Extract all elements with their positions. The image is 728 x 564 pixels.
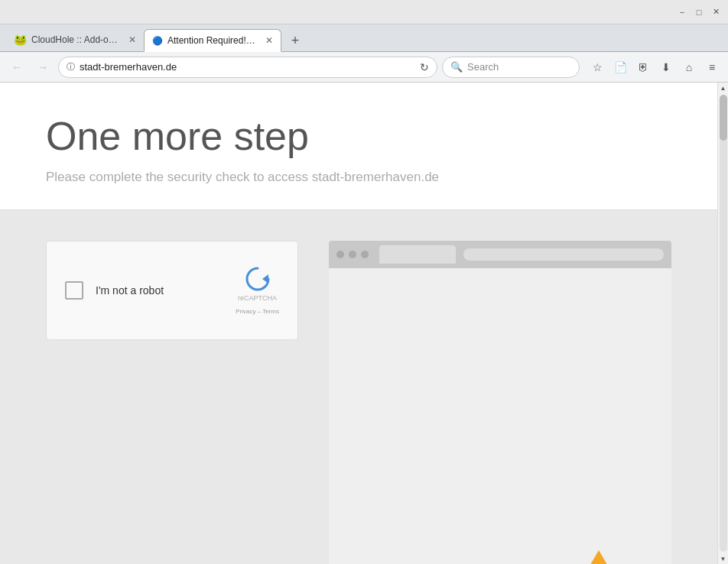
page-header: One more step Please complete the securi… bbox=[0, 83, 717, 210]
forward-button[interactable]: → bbox=[32, 57, 54, 78]
toolbar-icons: ☆ 📄 ⛨ ⬇ ⌂ ≡ bbox=[587, 57, 722, 77]
close-button[interactable]: ✕ bbox=[710, 6, 722, 18]
tab-cloudhole-label: CloudHole :: Add-ons for ... bbox=[31, 34, 121, 45]
page: One more step Please complete the securi… bbox=[0, 83, 717, 564]
warning-triangle-icon: ! bbox=[541, 546, 656, 564]
preview-dot-3 bbox=[361, 251, 369, 258]
preview-dot-1 bbox=[336, 251, 344, 258]
new-tab-button[interactable]: + bbox=[284, 30, 306, 51]
tab-attention-close[interactable]: ✕ bbox=[265, 35, 273, 46]
menu-icon[interactable]: ≡ bbox=[702, 57, 722, 77]
shield-icon[interactable]: ⛨ bbox=[633, 57, 653, 77]
tab-bar: 🐸 CloudHole :: Add-ons for ... ✕ 🔵 Atten… bbox=[0, 24, 728, 52]
browser-content-wrapper: One more step Please complete the securi… bbox=[0, 83, 728, 564]
svg-marker-0 bbox=[262, 274, 268, 284]
url-text: stadt-bremerhaven.de bbox=[80, 61, 415, 73]
page-body: I'm not a robot reCAPTCHA Privacy – bbox=[0, 210, 717, 564]
warning-icon-wrapper: ! bbox=[541, 546, 656, 564]
preview-dot-2 bbox=[349, 251, 356, 258]
scroll-thumb[interactable] bbox=[720, 95, 727, 141]
search-placeholder: Search bbox=[467, 61, 499, 73]
address-bar: ← → ⓘ stadt-bremerhaven.de ↻ 🔍 Search ☆ … bbox=[0, 52, 728, 83]
recaptcha-checkbox[interactable] bbox=[65, 281, 83, 300]
minimize-button[interactable]: − bbox=[676, 6, 688, 18]
tab-cloudhole[interactable]: 🐸 CloudHole :: Add-ons for ... ✕ bbox=[6, 28, 144, 51]
tab-cloudhole-close[interactable]: ✕ bbox=[128, 34, 136, 45]
recaptcha-container: I'm not a robot reCAPTCHA Privacy – bbox=[46, 241, 298, 340]
preview-chrome bbox=[329, 241, 671, 268]
page-subtitle: Please complete the security check to ac… bbox=[46, 168, 671, 186]
tab-cloudhole-icon: 🐸 bbox=[14, 34, 27, 46]
terms-link[interactable]: Terms bbox=[262, 308, 279, 315]
titlebar: − □ ✕ bbox=[0, 0, 728, 24]
reader-icon[interactable]: 📄 bbox=[610, 57, 630, 77]
recaptcha-icon bbox=[244, 265, 271, 293]
recaptcha-label: I'm not a robot bbox=[96, 284, 164, 297]
scroll-down-arrow[interactable]: ▼ bbox=[718, 553, 729, 564]
browser-preview: ! bbox=[329, 241, 671, 564]
preview-body: ! bbox=[329, 268, 671, 564]
url-bar[interactable]: ⓘ stadt-bremerhaven.de ↻ bbox=[58, 57, 437, 78]
reload-icon[interactable]: ↻ bbox=[420, 61, 429, 73]
scroll-track[interactable] bbox=[720, 95, 727, 552]
privacy-link[interactable]: Privacy bbox=[236, 308, 255, 315]
recaptcha-links: Privacy – Terms bbox=[236, 308, 279, 315]
scroll-up-arrow[interactable]: ▲ bbox=[718, 83, 729, 93]
preview-address bbox=[463, 248, 664, 261]
scrollbar: ▲ ▼ bbox=[717, 83, 728, 564]
browser-content: One more step Please complete the securi… bbox=[0, 83, 717, 564]
back-button[interactable]: ← bbox=[6, 57, 28, 78]
preview-tab bbox=[379, 245, 456, 264]
tab-attention-label: Attention Required! | Clou... bbox=[167, 35, 258, 46]
search-icon: 🔍 bbox=[450, 61, 463, 73]
tab-attention-icon: 🔵 bbox=[152, 36, 163, 46]
recaptcha-brand-label: reCAPTCHA bbox=[238, 294, 277, 302]
home-icon[interactable]: ⌂ bbox=[679, 57, 699, 77]
maximize-button[interactable]: □ bbox=[693, 6, 705, 18]
search-box[interactable]: 🔍 Search bbox=[442, 57, 580, 78]
recaptcha-logo: reCAPTCHA Privacy – Terms bbox=[236, 265, 279, 315]
window-controls: − □ ✕ bbox=[676, 6, 722, 18]
download-icon[interactable]: ⬇ bbox=[656, 57, 676, 77]
page-title: One more step bbox=[46, 113, 671, 159]
recaptcha-inner: I'm not a robot reCAPTCHA Privacy – bbox=[65, 265, 279, 315]
svg-marker-1 bbox=[545, 550, 652, 564]
tab-attention[interactable]: 🔵 Attention Required! | Clou... ✕ bbox=[144, 29, 281, 52]
security-icon: ⓘ bbox=[67, 61, 75, 73]
bookmark-icon[interactable]: ☆ bbox=[587, 57, 607, 77]
